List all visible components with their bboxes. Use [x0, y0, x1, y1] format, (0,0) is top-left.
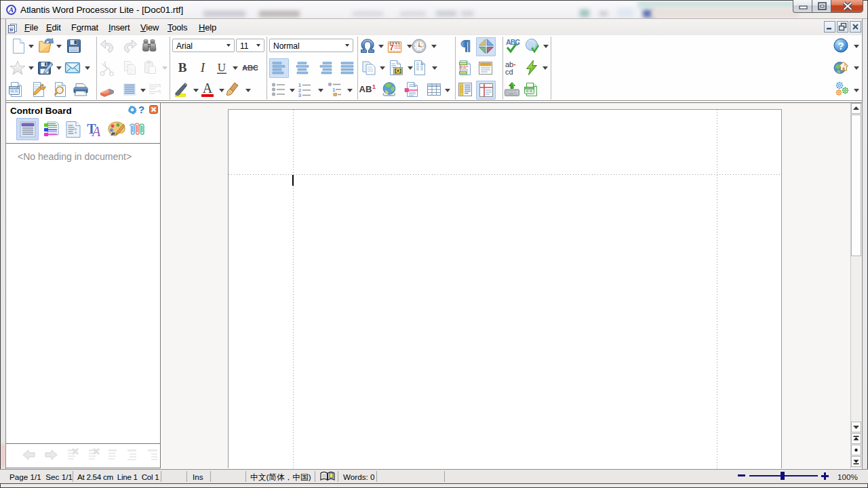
- svg-text:7: 7: [389, 43, 393, 52]
- svg-text:B: B: [178, 60, 187, 75]
- svg-text:AB: AB: [359, 84, 372, 94]
- svg-text:?: ?: [837, 40, 844, 52]
- svg-text:3: 3: [298, 92, 302, 98]
- svg-text:1: 1: [372, 83, 376, 90]
- svg-text:-: -: [513, 60, 516, 68]
- svg-text:cd: cd: [505, 68, 513, 76]
- svg-text:U: U: [218, 61, 226, 74]
- svg-text:A: A: [203, 81, 213, 96]
- svg-text:I: I: [200, 60, 206, 75]
- svg-text:ABC: ABC: [506, 38, 520, 46]
- svg-text:1: 1: [332, 87, 336, 93]
